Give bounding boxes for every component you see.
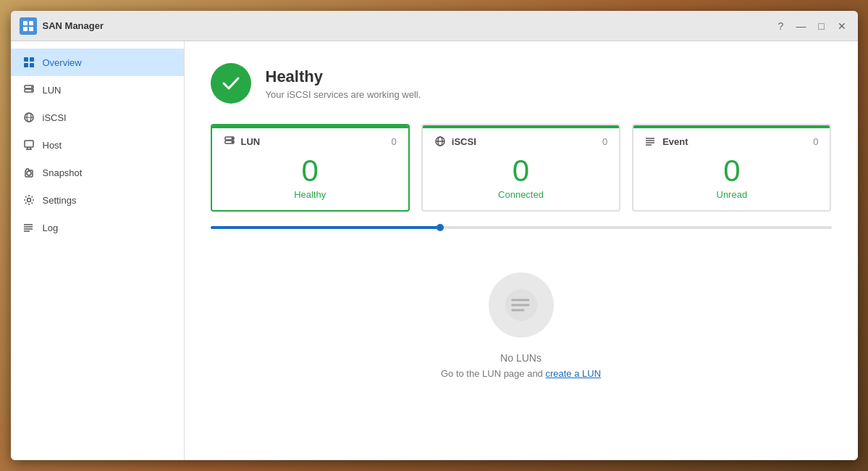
log-icon — [22, 221, 35, 234]
event-card-header: Event 0 — [645, 136, 818, 147]
svg-rect-3 — [29, 27, 33, 31]
event-card[interactable]: Event 0 0 Unread — [632, 124, 831, 212]
progress-dot — [437, 224, 444, 231]
iscsi-card-count: 0 — [602, 136, 607, 147]
sidebar-label-snapshot: Snapshot — [43, 167, 83, 178]
event-card-value: 0 — [645, 156, 818, 186]
event-card-count: 0 — [813, 136, 818, 147]
iscsi-card[interactable]: iSCSI 0 0 Connected — [421, 124, 620, 212]
svg-rect-7 — [30, 63, 34, 67]
sidebar-item-overview[interactable]: Overview — [11, 49, 184, 76]
lun-card-header: LUN 0 — [224, 136, 397, 147]
maximize-button[interactable]: □ — [814, 19, 829, 33]
app-title: SAN Manager — [43, 20, 774, 31]
svg-point-40 — [646, 138, 647, 139]
empty-message: No LUNs — [500, 352, 542, 364]
event-card-label: Unread — [645, 189, 818, 200]
lun-card-icon — [224, 136, 235, 147]
cards-row: LUN 0 0 Healthy — [211, 124, 832, 212]
progress-fill — [211, 226, 440, 229]
app-window: SAN Manager ? — □ ✕ Overview — [11, 11, 858, 460]
empty-list-icon — [503, 287, 539, 323]
sidebar-item-log[interactable]: Log — [11, 214, 184, 241]
iscsi-card-value: 0 — [434, 156, 607, 186]
sidebar-label-lun: LUN — [43, 85, 62, 96]
svg-point-50 — [511, 309, 514, 312]
iscsi-icon — [22, 111, 35, 124]
close-button[interactable]: ✕ — [835, 19, 849, 33]
sidebar-label-settings: Settings — [43, 195, 77, 206]
iscsi-card-title: iSCSI — [434, 136, 476, 147]
progress-bar — [211, 226, 832, 229]
svg-point-10 — [31, 86, 33, 88]
sidebar-item-snapshot[interactable]: Snapshot — [11, 159, 184, 186]
window-controls: ? — □ ✕ — [774, 19, 849, 33]
sidebar-label-host: Host — [43, 140, 62, 151]
svg-rect-0 — [23, 21, 28, 25]
content-area: Healthy Your iSCSI services are working … — [185, 41, 858, 460]
svg-rect-15 — [25, 141, 33, 147]
iscsi-card-icon — [434, 136, 446, 147]
svg-point-11 — [31, 90, 33, 91]
svg-point-49 — [511, 304, 514, 307]
empty-subtext: Go to the LUN page and create a LUN — [441, 368, 601, 379]
status-subtitle: Your iSCSI services are working well. — [266, 89, 421, 100]
iscsi-card-header: iSCSI 0 — [434, 136, 607, 147]
svg-point-25 — [24, 224, 25, 225]
status-icon — [211, 63, 251, 104]
minimize-button[interactable]: — — [794, 19, 809, 33]
svg-rect-6 — [24, 63, 28, 67]
sidebar-item-host[interactable]: Host — [11, 131, 184, 159]
lun-card-title: LUN — [224, 136, 261, 147]
create-lun-link[interactable]: create a LUN — [545, 368, 601, 379]
help-button[interactable]: ? — [774, 19, 788, 33]
sidebar-item-lun[interactable]: LUN — [11, 76, 184, 104]
svg-point-31 — [232, 138, 233, 139]
lun-card[interactable]: LUN 0 0 Healthy — [211, 124, 410, 212]
svg-point-48 — [511, 299, 514, 301]
svg-point-32 — [232, 141, 233, 143]
svg-rect-2 — [23, 27, 28, 31]
status-title: Healthy — [266, 67, 421, 86]
host-icon — [22, 138, 35, 151]
empty-icon-container — [489, 272, 554, 338]
sidebar-item-iscsi[interactable]: iSCSI — [11, 104, 184, 131]
main-layout: Overview LUN — [11, 41, 858, 460]
empty-state: No LUNs Go to the LUN page and create a … — [211, 251, 832, 393]
title-bar: SAN Manager ? — □ ✕ — [11, 11, 858, 41]
iscsi-card-label: Connected — [434, 189, 607, 200]
svg-point-19 — [27, 171, 31, 175]
svg-point-43 — [646, 144, 647, 146]
lun-card-label: Healthy — [224, 189, 397, 200]
snapshot-icon — [22, 166, 35, 179]
sidebar-label-iscsi: iSCSI — [43, 112, 67, 123]
sidebar-label-overview: Overview — [43, 57, 82, 68]
event-card-icon — [645, 136, 657, 147]
svg-rect-5 — [30, 57, 34, 62]
event-card-title: Event — [645, 136, 688, 147]
svg-point-27 — [24, 228, 25, 230]
svg-point-20 — [27, 199, 30, 202]
svg-point-28 — [24, 230, 25, 232]
status-header: Healthy Your iSCSI services are working … — [211, 63, 832, 104]
status-text: Healthy Your iSCSI services are working … — [266, 67, 421, 100]
sidebar: Overview LUN — [11, 41, 185, 460]
svg-point-41 — [646, 140, 647, 141]
settings-icon — [22, 193, 35, 207]
overview-icon — [22, 56, 35, 69]
svg-point-42 — [646, 142, 647, 143]
lun-card-count: 0 — [392, 136, 397, 147]
empty-subtext-prefix: Go to the LUN page and — [441, 368, 546, 379]
svg-rect-1 — [29, 21, 33, 25]
svg-rect-4 — [24, 57, 28, 62]
lun-icon — [22, 83, 35, 96]
sidebar-item-settings[interactable]: Settings — [11, 186, 184, 214]
svg-point-26 — [24, 226, 25, 228]
sidebar-label-log: Log — [43, 222, 59, 233]
lun-card-value: 0 — [224, 156, 397, 186]
app-icon — [20, 17, 37, 35]
